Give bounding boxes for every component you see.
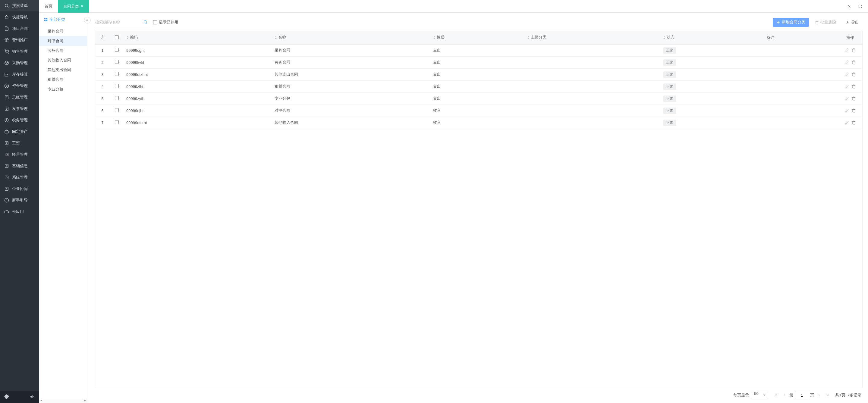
sidebar-item-14[interactable]: 基础信息	[0, 160, 39, 172]
cell-remark	[764, 104, 838, 116]
sidebar-item-7[interactable]: 资金管理	[0, 80, 39, 92]
tab-contract-category[interactable]: 合同分类 ✕	[58, 0, 89, 13]
column-code[interactable]: 编码	[123, 31, 272, 44]
select-all-header[interactable]	[110, 31, 123, 44]
cloud-icon	[4, 209, 9, 214]
cell-status: 正常	[660, 116, 764, 129]
search-icon[interactable]	[143, 20, 148, 25]
edit-icon[interactable]	[844, 48, 849, 53]
row-checkbox[interactable]	[115, 84, 119, 88]
edit-icon[interactable]	[844, 60, 849, 64]
delete-icon[interactable]	[852, 121, 856, 125]
cell-nature: 支出	[430, 80, 524, 93]
sidebar-item-18[interactable]: 云应用	[0, 206, 39, 217]
edit-icon[interactable]	[844, 72, 849, 76]
column-nature[interactable]: 性质	[430, 31, 524, 44]
tab-close-icon[interactable]: ✕	[81, 4, 84, 8]
fullscreen-button[interactable]	[855, 1, 865, 11]
svg-point-15	[4, 198, 8, 202]
page-input[interactable]	[795, 391, 808, 399]
sidebar-item-0[interactable]: 搜索菜单	[0, 0, 39, 11]
page-prev-button[interactable]	[781, 392, 787, 399]
sidebar-item-15[interactable]: 系统管理	[0, 172, 39, 183]
column-settings-header[interactable]	[95, 31, 110, 44]
sidebar-item-11[interactable]: 固定资产	[0, 126, 39, 137]
delete-icon[interactable]	[852, 48, 856, 53]
svg-rect-5	[5, 96, 8, 99]
delete-icon[interactable]	[852, 96, 856, 101]
tree-item-5[interactable]: 租赁合同	[39, 75, 87, 84]
cell-parent	[524, 80, 660, 93]
edit-icon[interactable]	[844, 108, 849, 113]
sidebar-item-13[interactable]: 经营管理	[0, 149, 39, 160]
cell-parent	[524, 56, 660, 68]
sidebar-item-9[interactable]: 发票管理	[0, 103, 39, 114]
row-checkbox[interactable]	[115, 120, 119, 124]
sidebar-item-8[interactable]: 总账管理	[0, 92, 39, 103]
cell-name: 采购合同	[272, 44, 430, 56]
cell-code: 99999qtsrht	[123, 116, 272, 129]
cell-status: 正常	[660, 93, 764, 104]
tree-item-1[interactable]: 对甲合同	[39, 36, 87, 46]
row-checkbox[interactable]	[115, 96, 119, 100]
settings-icon[interactable]	[4, 394, 9, 400]
batch-delete-button[interactable]: 批量删除	[811, 18, 840, 27]
sidebar-item-1[interactable]: 快捷导航	[0, 11, 39, 23]
show-disabled-checkbox[interactable]: 显示已停用	[153, 20, 179, 25]
tab-home[interactable]: 首页	[39, 0, 58, 13]
search-input[interactable]	[95, 18, 149, 27]
sidebar-item-12[interactable]: 工资	[0, 137, 39, 149]
page-next-button[interactable]	[816, 392, 823, 399]
export-button[interactable]: 导出	[842, 18, 863, 27]
edit-icon[interactable]	[844, 96, 849, 101]
system-icon	[4, 175, 9, 180]
tree-item-4[interactable]: 其他支出合同	[39, 65, 87, 75]
row-checkbox[interactable]	[115, 60, 119, 64]
tree-horizontal-scrollbar[interactable]	[39, 399, 87, 403]
sidebar-item-10[interactable]: 税务管理	[0, 114, 39, 126]
sidebar-item-label: 工资	[12, 140, 20, 146]
tree-item-2[interactable]: 劳务合同	[39, 46, 87, 56]
delete-icon[interactable]	[852, 108, 856, 113]
edit-icon[interactable]	[844, 121, 849, 125]
tree-root[interactable]: 全部分类	[39, 13, 87, 27]
data-table: 编码 名称 性质 上级分类 状态 备注 操作 199999cght采购合同支出正…	[95, 31, 862, 129]
row-index: 2	[95, 56, 110, 68]
asset-icon	[4, 129, 9, 134]
sound-icon[interactable]	[30, 394, 35, 400]
sidebar-item-4[interactable]: 销售管理	[0, 46, 39, 57]
tree-item-6[interactable]: 专业分包	[39, 84, 87, 94]
delete-icon[interactable]	[852, 72, 856, 76]
page-last-button[interactable]	[824, 392, 831, 399]
delete-icon[interactable]	[852, 84, 856, 89]
sidebar-item-2[interactable]: 项目合同	[0, 23, 39, 34]
per-page-select[interactable]: 50	[751, 391, 768, 399]
row-checkbox[interactable]	[115, 72, 119, 76]
row-checkbox[interactable]	[115, 48, 119, 52]
sidebar-item-16[interactable]: 企业协同	[0, 183, 39, 195]
tree-item-0[interactable]: 采购合同	[39, 27, 87, 36]
row-checkbox[interactable]	[115, 108, 119, 112]
sidebar-item-label: 固定资产	[12, 129, 28, 134]
edit-icon[interactable]	[844, 84, 849, 89]
delete-icon[interactable]	[852, 60, 856, 64]
svg-rect-9	[5, 141, 8, 145]
show-disabled-input[interactable]	[153, 20, 157, 24]
tree-item-3[interactable]: 其他收入合同	[39, 56, 87, 65]
add-button[interactable]: 新增合同分类	[773, 18, 809, 27]
data-table-wrapper: 编码 名称 性质 上级分类 状态 备注 操作 199999cght采购合同支出正…	[95, 31, 863, 388]
sidebar-item-6[interactable]: 库存核算	[0, 69, 39, 80]
column-name[interactable]: 名称	[272, 31, 430, 44]
cell-name: 劳务合同	[272, 56, 430, 68]
tab-close-all-button[interactable]	[844, 1, 854, 11]
row-index: 3	[95, 68, 110, 80]
sidebar: 搜索菜单快捷导航项目合同营销推广销售管理采购管理库存核算资金管理总账管理发票管理…	[0, 0, 39, 403]
tree-collapse-handle[interactable]	[84, 17, 91, 24]
sidebar-item-3[interactable]: 营销推广	[0, 34, 39, 46]
file-icon	[4, 26, 9, 31]
sidebar-item-17[interactable]: 新手引导	[0, 195, 39, 206]
page-first-button[interactable]	[772, 392, 779, 399]
column-parent[interactable]: 上级分类	[524, 31, 660, 44]
column-status[interactable]: 状态	[660, 31, 764, 44]
sidebar-item-5[interactable]: 采购管理	[0, 57, 39, 69]
